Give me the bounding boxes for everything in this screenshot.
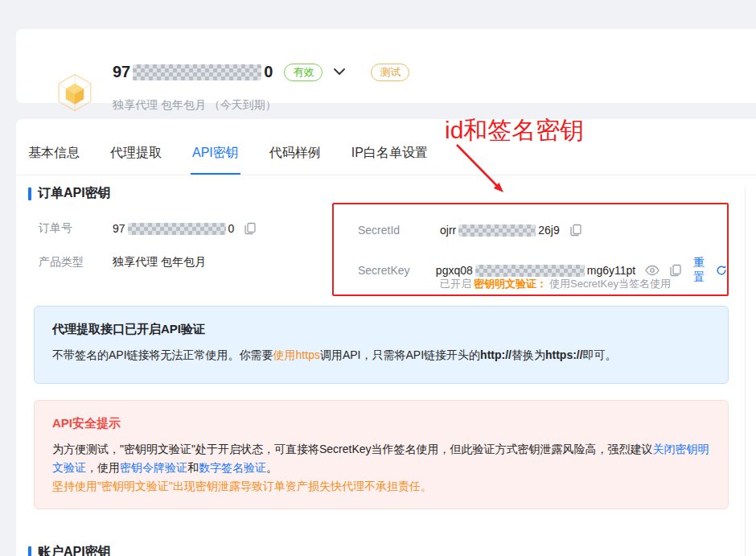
account-api-key-section-title: 账户API密钥 — [28, 544, 111, 556]
order-id-mosaic — [133, 64, 261, 80]
section-bar — [28, 546, 31, 556]
use-https-link[interactable]: 使用https — [273, 348, 320, 361]
secret-id-value: ojrr26j9 — [440, 224, 560, 237]
product-type-row: 产品类型 独享代理 包年包月 — [39, 255, 206, 270]
product-type-value: 独享代理 包年包月 — [113, 255, 206, 270]
secret-id-mosaic — [458, 224, 536, 237]
copy-icon[interactable] — [669, 264, 682, 277]
product-subtitle: 独享代理 包年包月 （今天到期） — [113, 98, 277, 113]
secret-key-label: SecretKey — [358, 264, 436, 277]
refresh-icon — [716, 265, 727, 276]
warning-box-disclaimer: 坚持使用"密钥明文验证"出现密钥泄露导致订单资产损失快代理不承担责任。 — [52, 477, 710, 496]
chevron-down-icon[interactable] — [334, 68, 345, 76]
warning-box-body: 为方便测试，"密钥明文验证"处于开启状态，可直接将SecretKey当作签名使用… — [52, 440, 710, 477]
signature-verify-link[interactable]: 数字签名验证 — [199, 461, 266, 474]
order-number-mosaic — [128, 223, 226, 235]
reset-secret-key-button[interactable]: 重置 — [693, 256, 727, 285]
api-security-warning-box: API安全提示 为方便测试，"密钥明文验证"处于开启状态，可直接将SecretK… — [34, 400, 729, 509]
secret-key-value: pgxq08mg6y11pt — [436, 264, 635, 277]
eye-icon[interactable] — [645, 265, 659, 276]
tab-divider — [16, 175, 756, 175]
tab-basic-info[interactable]: 基本信息 — [27, 142, 81, 175]
order-id-suffix: 0 — [264, 63, 273, 81]
order-id-prefix: 97 — [113, 63, 130, 81]
tab-code-samples[interactable]: 代码样例 — [268, 142, 323, 175]
section-bar — [28, 187, 31, 200]
order-number-label: 订单号 — [39, 221, 113, 236]
copy-icon[interactable] — [569, 224, 582, 237]
order-number-row: 订单号 970 — [39, 221, 257, 236]
order-api-key-section-title: 订单API密钥 — [28, 185, 111, 202]
warning-box-title: API安全提示 — [52, 414, 710, 432]
secret-key-mosaic — [475, 265, 585, 277]
content-edge-line — [745, 187, 746, 556]
order-number-value: 970 — [113, 222, 234, 235]
info-box-body: 不带签名的API链接将无法正常使用。你需要使用https调用API，只需将API… — [52, 346, 710, 364]
plaintext-verify-note: 已开启密钥明文验证：使用SecretKey当签名使用 — [440, 277, 671, 291]
annotation-arrow — [442, 138, 523, 206]
test-badge: 测试 — [371, 64, 409, 81]
page: 970 有效 测试 独享代理 包年包月 （今天到期） 基本信息 代理提取 API… — [0, 0, 756, 556]
info-box-title: 代理提取接口已开启API验证 — [52, 319, 710, 338]
api-verify-info-box: 代理提取接口已开启API验证 不带签名的API链接将无法正常使用。你需要使用ht… — [34, 306, 729, 384]
product-cube-icon — [55, 72, 95, 113]
secret-highlight-box: SecretId ojrr26j9 SecretKey pgxq08mg6y11… — [332, 203, 729, 296]
tab-api-key[interactable]: API密钥 — [191, 142, 240, 175]
tab-proxy-extract[interactable]: 代理提取 — [109, 142, 163, 175]
product-type-label: 产品类型 — [39, 255, 113, 270]
plaintext-verify-highlight: 密钥明文验证： — [474, 278, 547, 290]
secret-id-row: SecretId ojrr26j9 — [358, 224, 582, 237]
api-key-panel: 基本信息 代理提取 API密钥 代码样例 IP白名单设置 订单API密钥 订单号… — [16, 119, 756, 556]
status-badge: 有效 — [284, 64, 323, 81]
product-header-card: 970 有效 测试 独享代理 包年包月 （今天到期） — [16, 29, 756, 103]
order-id-redacted: 970 — [113, 63, 273, 81]
token-verify-link[interactable]: 密钥令牌验证 — [120, 461, 187, 474]
tab-ip-whitelist[interactable]: IP白名单设置 — [350, 142, 429, 175]
tab-bar: 基本信息 代理提取 API密钥 代码样例 IP白名单设置 — [27, 142, 429, 175]
secret-id-label: SecretId — [358, 224, 440, 237]
copy-icon[interactable] — [244, 222, 257, 235]
